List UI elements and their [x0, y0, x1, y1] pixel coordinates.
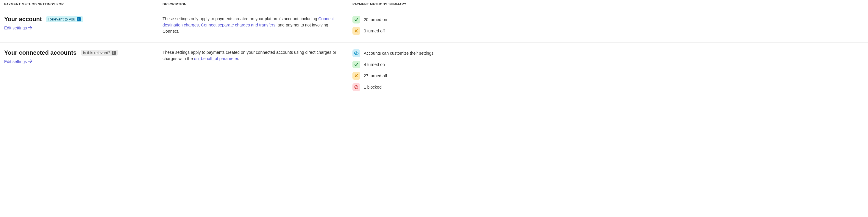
- summary-text: 27 turned off: [364, 73, 387, 78]
- badge-text: Is this relevant?: [83, 50, 110, 55]
- cell-name: Your connected accounts Is this relevant…: [4, 49, 162, 91]
- row-title: Your connected accounts: [4, 49, 76, 56]
- summary-item-off: 0 turned off: [352, 27, 864, 35]
- title-line: Your connected accounts Is this relevant…: [4, 49, 162, 56]
- summary-item-blocked: 1 blocked: [352, 83, 864, 91]
- info-icon: i: [77, 17, 81, 22]
- table-header-row: PAYMENT METHOD SETTINGS FOR DESCRIPTION …: [0, 0, 868, 9]
- summary-item-on: 4 turned on: [352, 61, 864, 68]
- edit-link-text: Edit settings: [4, 59, 27, 64]
- check-icon: [352, 16, 360, 24]
- relevance-badge[interactable]: Relevant to you i: [46, 16, 83, 22]
- arrow-right-icon: [28, 26, 32, 30]
- svg-point-0: [356, 52, 357, 54]
- edit-settings-link[interactable]: Edit settings: [4, 59, 32, 64]
- table-row: Your account Relevant to you i Edit sett…: [0, 9, 868, 43]
- cell-summary: 20 turned on 0 turned off: [352, 16, 864, 35]
- cell-description: These settings only apply to payments cr…: [162, 16, 352, 35]
- x-icon: [352, 27, 360, 35]
- row-title: Your account: [4, 16, 42, 23]
- summary-item-off: 27 turned off: [352, 72, 864, 80]
- table-row: Your connected accounts Is this relevant…: [0, 43, 868, 99]
- relevance-badge[interactable]: Is this relevant? i: [81, 50, 118, 56]
- summary-list: Accounts can customize their settings 4 …: [352, 49, 864, 91]
- on-behalf-of-link[interactable]: on_behalf_of parameter: [194, 56, 238, 61]
- payment-settings-table: PAYMENT METHOD SETTINGS FOR DESCRIPTION …: [0, 0, 868, 99]
- header-description: DESCRIPTION: [162, 2, 352, 6]
- x-icon: [352, 72, 360, 80]
- arrow-right-icon: [28, 59, 32, 64]
- summary-text: 20 turned on: [364, 17, 387, 22]
- header-name: PAYMENT METHOD SETTINGS FOR: [4, 2, 162, 6]
- summary-text: 0 turned off: [364, 29, 385, 33]
- header-summary: PAYMENT METHODS SUMMARY: [352, 2, 864, 6]
- connect-separate-charges-link[interactable]: Connect separate charges and transfers: [201, 23, 275, 27]
- desc-suffix: .: [238, 56, 239, 61]
- cell-description: These settings apply to payments created…: [162, 49, 352, 91]
- info-icon: i: [112, 51, 116, 55]
- cell-name: Your account Relevant to you i Edit sett…: [4, 16, 162, 35]
- desc-prefix: These settings apply to payments created…: [162, 50, 336, 61]
- summary-item-customize: Accounts can customize their settings: [352, 49, 864, 57]
- summary-list: 20 turned on 0 turned off: [352, 16, 864, 35]
- edit-settings-link[interactable]: Edit settings: [4, 26, 32, 30]
- blocked-icon: [352, 83, 360, 91]
- check-icon: [352, 61, 360, 68]
- summary-text: 1 blocked: [364, 85, 382, 89]
- badge-text: Relevant to you: [48, 17, 75, 22]
- title-line: Your account Relevant to you i: [4, 16, 162, 23]
- summary-text: 4 turned on: [364, 62, 385, 67]
- summary-item-on: 20 turned on: [352, 16, 864, 24]
- cell-summary: Accounts can customize their settings 4 …: [352, 49, 864, 91]
- description-text: These settings only apply to payments cr…: [162, 16, 341, 34]
- summary-text: Accounts can customize their settings: [364, 51, 433, 56]
- edit-link-text: Edit settings: [4, 26, 27, 30]
- desc-prefix: These settings only apply to payments cr…: [162, 16, 318, 21]
- description-text: These settings apply to payments created…: [162, 49, 341, 62]
- eye-icon: [352, 49, 360, 57]
